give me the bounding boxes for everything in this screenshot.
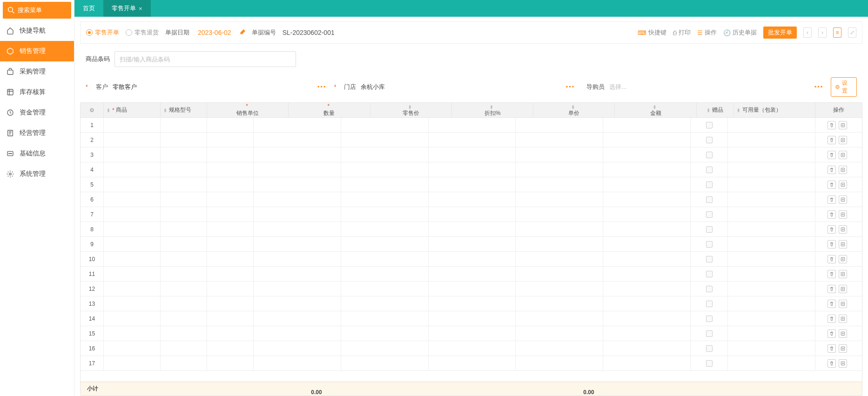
add-row-icon[interactable] [839, 225, 847, 234]
delete-icon[interactable] [828, 166, 836, 174]
table-row[interactable]: 15 [81, 326, 862, 341]
delete-icon[interactable] [828, 225, 836, 234]
checkbox[interactable] [706, 196, 713, 203]
cell-price[interactable] [516, 177, 603, 192]
add-row-icon[interactable] [839, 151, 847, 159]
cell-gift[interactable] [691, 326, 728, 341]
cell-amount[interactable] [603, 207, 691, 221]
cell-unit[interactable] [207, 207, 254, 221]
cell-spec[interactable] [161, 252, 207, 266]
add-row-icon[interactable] [839, 121, 847, 129]
cell-unit[interactable] [207, 326, 254, 341]
cell-spec[interactable] [161, 177, 207, 192]
cell-rprice[interactable] [341, 356, 429, 370]
cell-product[interactable] [104, 192, 161, 207]
sidebar-item-6[interactable]: 基础信息 [0, 143, 74, 164]
add-row-icon[interactable] [839, 255, 847, 263]
table-row[interactable]: 3 [81, 148, 862, 162]
table-row[interactable]: 10 [81, 252, 862, 267]
cell-price[interactable] [516, 341, 603, 356]
cell-amount[interactable] [603, 237, 691, 251]
close-icon[interactable]: × [139, 5, 142, 12]
cell-qty[interactable] [254, 162, 341, 177]
cell-rprice[interactable] [341, 148, 429, 162]
cell-spec[interactable] [161, 148, 207, 162]
cell-unit[interactable] [207, 341, 254, 356]
cell-price[interactable] [516, 133, 603, 147]
cell-amount[interactable] [603, 326, 691, 341]
barcode-input[interactable] [114, 51, 296, 67]
checkbox[interactable] [706, 286, 713, 292]
delete-icon[interactable] [828, 359, 836, 368]
delete-icon[interactable] [828, 136, 836, 144]
add-row-icon[interactable] [839, 344, 847, 353]
cell-qty[interactable] [254, 311, 341, 326]
col-qty[interactable]: ▲▼*数量 [289, 103, 370, 117]
cell-unit[interactable] [207, 267, 254, 281]
checkbox[interactable] [706, 226, 713, 233]
cell-rprice[interactable] [341, 341, 429, 356]
checkbox[interactable] [706, 152, 713, 158]
cell-amount[interactable] [603, 222, 691, 236]
cell-product[interactable] [104, 282, 161, 296]
cell-qty[interactable] [254, 296, 341, 311]
table-row[interactable]: 8 [81, 222, 862, 237]
cell-qty[interactable] [254, 222, 341, 236]
cell-discount[interactable] [429, 326, 516, 341]
table-row[interactable]: 7 [81, 207, 862, 222]
cell-spec[interactable] [161, 237, 207, 251]
cell-product[interactable] [104, 222, 161, 236]
cell-discount[interactable] [429, 356, 516, 370]
cell-amount[interactable] [603, 311, 691, 326]
cell-rprice[interactable] [341, 192, 429, 207]
guide-select[interactable]: 选择... ••• [609, 80, 823, 94]
checkbox[interactable] [706, 330, 713, 337]
cell-discount[interactable] [429, 252, 516, 266]
search-menu-button[interactable]: 搜索菜单 [3, 2, 71, 19]
cell-price[interactable] [516, 356, 603, 370]
cell-gift[interactable] [691, 177, 728, 192]
add-row-icon[interactable] [839, 359, 847, 368]
cell-discount[interactable] [429, 282, 516, 296]
delete-icon[interactable] [828, 255, 836, 263]
customer-select[interactable]: 零散客户 ••• [113, 80, 327, 94]
checkbox[interactable] [706, 137, 713, 143]
cell-gift[interactable] [691, 207, 728, 221]
cell-price[interactable] [516, 192, 603, 207]
checkbox[interactable] [706, 122, 713, 128]
cell-amount[interactable] [603, 267, 691, 281]
delete-icon[interactable] [828, 270, 836, 278]
sidebar-item-4[interactable]: 资金管理 [0, 102, 74, 123]
cell-unit[interactable] [207, 192, 254, 207]
add-row-icon[interactable] [839, 181, 847, 189]
cell-qty[interactable] [254, 252, 341, 266]
cell-discount[interactable] [429, 311, 516, 326]
cell-qty[interactable] [254, 282, 341, 296]
cell-amount[interactable] [603, 296, 691, 311]
cell-gift[interactable] [691, 311, 728, 326]
radio-retail-order[interactable]: 零售开单 [86, 28, 119, 37]
cell-amount[interactable] [603, 341, 691, 356]
cell-product[interactable] [104, 118, 161, 132]
add-row-icon[interactable] [839, 210, 847, 219]
delete-icon[interactable] [828, 210, 836, 219]
cell-amount[interactable] [603, 133, 691, 147]
cell-unit[interactable] [207, 148, 254, 162]
col-price[interactable]: ▲▼单价 [533, 103, 615, 117]
table-row[interactable]: 12 [81, 282, 862, 296]
cell-price[interactable] [516, 148, 603, 162]
cell-discount[interactable] [429, 207, 516, 221]
cell-amount[interactable] [603, 356, 691, 370]
add-row-icon[interactable] [839, 166, 847, 174]
cell-discount[interactable] [429, 192, 516, 207]
cell-product[interactable] [104, 162, 161, 177]
cell-gift[interactable] [691, 296, 728, 311]
cell-product[interactable] [104, 148, 161, 162]
table-row[interactable]: 17 [81, 356, 862, 371]
delete-icon[interactable] [828, 195, 836, 204]
cell-price[interactable] [516, 282, 603, 296]
cell-gift[interactable] [691, 267, 728, 281]
cell-unit[interactable] [207, 237, 254, 251]
ellipsis-icon[interactable]: ••• [566, 83, 575, 90]
cell-spec[interactable] [161, 282, 207, 296]
